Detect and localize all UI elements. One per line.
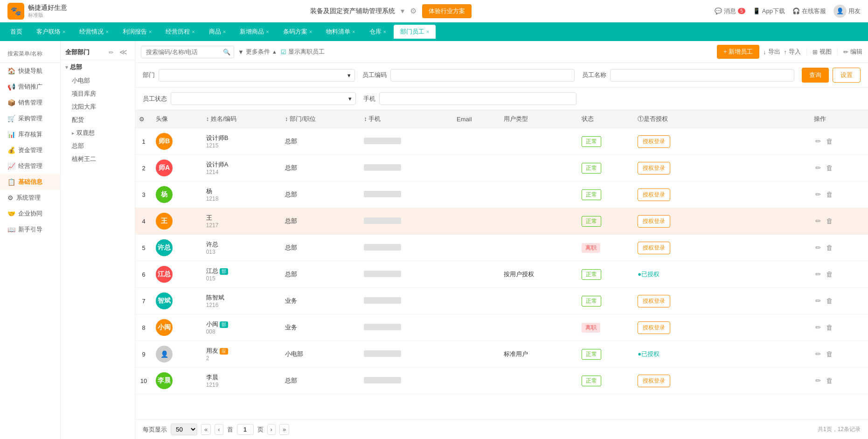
auth-btn[interactable]: 授权登录 bbox=[638, 242, 670, 254]
show-resigned-toggle[interactable]: ☑ 显示离职员工 bbox=[281, 48, 325, 56]
next-page-btn[interactable]: › bbox=[267, 424, 276, 435]
th-phone[interactable]: ↕ 手机 bbox=[360, 110, 453, 128]
nav-tab-close-经营情况[interactable]: × bbox=[105, 29, 108, 35]
auth-btn[interactable]: 授权登录 bbox=[638, 215, 670, 228]
nav-tab-close-部门员工[interactable]: × bbox=[426, 29, 429, 35]
nav-tab-首页[interactable]: 首页 bbox=[4, 25, 29, 39]
sidebar-search-input[interactable] bbox=[4, 48, 61, 60]
delete-row-btn[interactable]: 🗑 bbox=[826, 244, 833, 251]
nav-tab-经营历程[interactable]: 经营历程× bbox=[159, 25, 201, 39]
first-page-btn[interactable]: « bbox=[201, 424, 211, 435]
edit-row-btn[interactable]: ✏ bbox=[815, 244, 821, 251]
add-employee-btn[interactable]: + 新增员工 bbox=[717, 45, 759, 59]
search-input[interactable] bbox=[141, 46, 234, 58]
th-settings[interactable]: ⚙ bbox=[135, 110, 152, 128]
delete-row-btn[interactable]: 🗑 bbox=[826, 297, 833, 305]
emp-code-input[interactable] bbox=[390, 69, 575, 82]
delete-row-btn[interactable]: 🗑 bbox=[826, 190, 833, 198]
tree-collapse-btn[interactable]: ≪ bbox=[117, 48, 130, 57]
sidebar-item-经营管理[interactable]: 📈经营管理 bbox=[0, 158, 60, 174]
emp-name-input[interactable] bbox=[610, 69, 794, 82]
auth-btn[interactable]: 授权登录 bbox=[638, 135, 670, 148]
nav-tab-条码方案[interactable]: 条码方案× bbox=[277, 25, 319, 39]
query-btn[interactable]: 查询 bbox=[802, 68, 829, 83]
view-btn[interactable]: ⊞ 视图 bbox=[812, 48, 832, 56]
more-filter-btn[interactable]: ▼ 更多条件 ▲ bbox=[238, 48, 277, 56]
sys-title-arrow[interactable]: ▾ bbox=[401, 7, 404, 15]
edit-row-btn[interactable]: ✏ bbox=[815, 376, 821, 384]
delete-row-btn[interactable]: 🗑 bbox=[826, 350, 833, 358]
tree-node-6[interactable]: 总部 bbox=[61, 139, 135, 153]
nav-tab-close-经营历程[interactable]: × bbox=[192, 29, 194, 35]
nav-tab-close-仓库[interactable]: × bbox=[383, 29, 386, 35]
nav-tab-商品[interactable]: 商品× bbox=[202, 25, 232, 39]
edit-row-btn[interactable]: ✏ bbox=[815, 323, 821, 331]
nav-tab-close-新增商品[interactable]: × bbox=[266, 29, 269, 35]
nav-tab-close-商品[interactable]: × bbox=[223, 29, 226, 35]
app-download-btn[interactable]: 📱 App下载 bbox=[753, 7, 785, 15]
nav-tab-部门员工[interactable]: 部门员工× bbox=[394, 25, 436, 39]
page-input[interactable] bbox=[237, 424, 254, 435]
auth-btn[interactable]: 授权登录 bbox=[638, 162, 670, 174]
settings-icon[interactable]: ⚙ bbox=[410, 7, 417, 15]
phone-input[interactable] bbox=[379, 92, 576, 105]
sidebar-item-快捷导航[interactable]: 🏠快捷导航 bbox=[0, 63, 60, 79]
edit-row-btn[interactable]: ✏ bbox=[815, 217, 821, 225]
delete-row-btn[interactable]: 🗑 bbox=[826, 323, 833, 331]
tree-node-4[interactable]: 配货 bbox=[61, 113, 135, 126]
online-service-btn[interactable]: 🎧 在线客服 bbox=[792, 7, 826, 15]
sidebar-item-系统管理[interactable]: ⚙系统管理 bbox=[0, 190, 60, 206]
auth-btn[interactable]: 授权登录 bbox=[638, 375, 670, 387]
nav-tab-新增商品[interactable]: 新增商品× bbox=[233, 25, 275, 39]
tree-node-7[interactable]: 植树王二 bbox=[61, 153, 135, 166]
edit-row-btn[interactable]: ✏ bbox=[815, 137, 821, 145]
sidebar-item-营销推广[interactable]: 📢营销推广 bbox=[0, 79, 60, 95]
nav-tab-close-客户联络[interactable]: × bbox=[62, 29, 65, 35]
delete-row-btn[interactable]: 🗑 bbox=[826, 164, 833, 172]
edit-btn[interactable]: ✏ 编辑 bbox=[843, 48, 862, 56]
nav-tab-仓库[interactable]: 仓库× bbox=[363, 25, 393, 39]
delete-row-btn[interactable]: 🗑 bbox=[826, 376, 833, 384]
delete-row-btn[interactable]: 🗑 bbox=[826, 270, 833, 278]
edit-row-btn[interactable]: ✏ bbox=[815, 270, 821, 278]
tree-node-3[interactable]: 沈阳大库 bbox=[61, 100, 135, 113]
sidebar-item-销售管理[interactable]: 📦销售管理 bbox=[0, 95, 60, 111]
auth-btn[interactable]: 授权登录 bbox=[638, 321, 670, 334]
set-btn[interactable]: 设置 bbox=[833, 68, 861, 83]
export-btn[interactable]: ↓ 导出 bbox=[763, 48, 780, 56]
tree-node-5[interactable]: ▸ 双鹿想 bbox=[61, 126, 135, 139]
nav-tab-close-物料清单[interactable]: × bbox=[352, 29, 355, 35]
sidebar-item-采购管理[interactable]: 🛒采购管理 bbox=[0, 111, 60, 126]
import-btn[interactable]: ↑ 导入 bbox=[784, 48, 801, 56]
edit-row-btn[interactable]: ✏ bbox=[815, 350, 821, 358]
auth-btn[interactable]: 授权登录 bbox=[638, 188, 670, 201]
sidebar-item-资金管理[interactable]: 💰资金管理 bbox=[0, 142, 60, 158]
delete-row-btn[interactable]: 🗑 bbox=[826, 217, 833, 225]
user-btn[interactable]: 👤 用友 bbox=[833, 5, 861, 18]
last-page-btn[interactable]: » bbox=[279, 424, 289, 435]
nav-tab-物料清单[interactable]: 物料清单× bbox=[319, 25, 361, 39]
sidebar-item-基础信息[interactable]: 📋基础信息 bbox=[0, 174, 60, 190]
th-dept[interactable]: ↕ 部门/职位 bbox=[281, 110, 360, 128]
tree-node-2[interactable]: 项目库房 bbox=[61, 87, 135, 100]
auth-btn[interactable]: 授权登录 bbox=[638, 295, 670, 307]
nav-tab-close-条码方案[interactable]: × bbox=[309, 29, 312, 35]
tree-node-1[interactable]: 小电部 bbox=[61, 74, 135, 87]
sidebar-item-新手引导[interactable]: 📖新手引导 bbox=[0, 222, 60, 237]
tree-edit-btn[interactable]: ✏ bbox=[109, 48, 114, 57]
sidebar-item-库存核算[interactable]: 📊库存核算 bbox=[0, 126, 60, 142]
edit-row-btn[interactable]: ✏ bbox=[815, 297, 821, 305]
nav-tab-close-利润报告[interactable]: × bbox=[149, 29, 152, 35]
nav-tab-利润报告[interactable]: 利润报告× bbox=[116, 25, 158, 39]
th-name[interactable]: ↕ 姓名/编码 bbox=[202, 110, 281, 128]
delete-row-btn[interactable]: 🗑 bbox=[826, 137, 833, 145]
edit-row-btn[interactable]: ✏ bbox=[815, 164, 821, 172]
sidebar-item-企业协同[interactable]: 🤝企业协同 bbox=[0, 206, 60, 222]
edit-row-btn[interactable]: ✏ bbox=[815, 190, 821, 198]
dept-select[interactable]: ▾ bbox=[159, 69, 355, 82]
page-size-select[interactable]: 50 100 bbox=[171, 424, 197, 435]
nav-tab-客户联络[interactable]: 客户联络× bbox=[30, 25, 72, 39]
prev-page-btn[interactable]: ‹ bbox=[215, 424, 223, 435]
nav-tab-经营情况[interactable]: 经营情况× bbox=[73, 25, 115, 39]
trial-btn[interactable]: 体验行业方案 bbox=[422, 4, 472, 18]
